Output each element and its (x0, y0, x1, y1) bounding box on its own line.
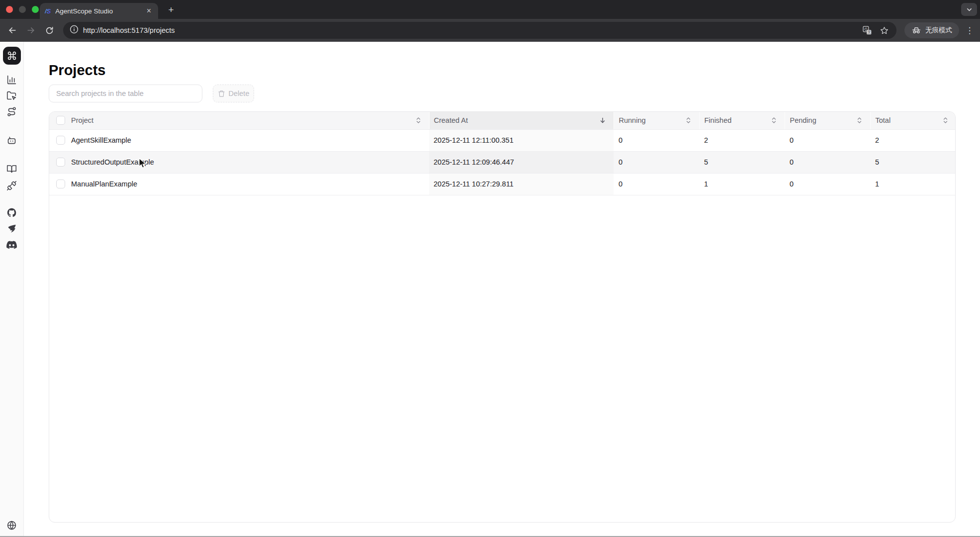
trash-icon (218, 90, 225, 97)
bookmark-star-icon[interactable] (878, 24, 890, 36)
search-input[interactable] (49, 85, 202, 102)
projects-icon[interactable] (6, 90, 17, 101)
created-at-cell: 2025-12-11 12:09:46.447 (429, 151, 614, 173)
github-icon[interactable] (6, 207, 17, 218)
column-header-pending[interactable]: Pending (785, 112, 870, 129)
row-checkbox[interactable] (56, 179, 65, 188)
mouse-cursor (138, 158, 147, 170)
bot-icon[interactable] (6, 135, 17, 146)
table-body: AgentSkillExample 2025-12-11 12:11:00.35… (49, 129, 956, 195)
sort-icon[interactable] (856, 117, 863, 124)
created-at-cell: 2025-12-11 12:11:00.351 (429, 129, 614, 151)
select-all-checkbox[interactable] (56, 116, 65, 125)
projects-table: Project Created At (49, 112, 956, 195)
page-title: Projects (49, 62, 956, 79)
sort-icon[interactable] (685, 117, 692, 124)
dingtalk-icon[interactable] (6, 223, 17, 234)
finished-cell: 2 (699, 129, 785, 151)
tab-search-chevron-icon[interactable] (961, 3, 977, 16)
new-tab-button[interactable]: + (165, 4, 177, 16)
api-icon[interactable] (6, 180, 17, 191)
svg-text:文: 文 (868, 30, 871, 34)
column-header-finished[interactable]: Finished (699, 112, 785, 129)
table-row[interactable]: AgentSkillExample 2025-12-11 12:11:00.35… (49, 129, 956, 151)
tab-title: AgentScope Studio (55, 7, 144, 15)
zoom-window-button[interactable] (32, 6, 39, 13)
row-checkbox[interactable] (56, 136, 65, 145)
incognito-label: 无痕模式 (925, 26, 952, 35)
table-row[interactable]: ManualPlanExample 2025-12-11 10:27:29.81… (49, 173, 956, 195)
translate-icon[interactable]: G 文 (861, 24, 873, 36)
column-header-running[interactable]: Running (614, 112, 699, 129)
pending-cell: 0 (785, 129, 870, 151)
delete-button-label: Delete (229, 90, 250, 97)
total-cell: 1 (870, 173, 956, 195)
command-logo-icon[interactable] (3, 47, 21, 65)
running-cell: 0 (614, 129, 699, 151)
table-row[interactable]: StructuredOutputExample 2025-12-11 12:09… (49, 151, 956, 173)
url-text: http://localhost:5173/projects (83, 26, 175, 34)
browser-toolbar: http://localhost:5173/projects G 文 无痕模式 (0, 19, 980, 42)
site-info-icon[interactable] (70, 25, 79, 36)
running-cell: 0 (614, 173, 699, 195)
sort-icon[interactable] (771, 117, 777, 124)
discord-icon[interactable] (6, 239, 17, 250)
pending-cell: 0 (785, 151, 870, 173)
column-header-total[interactable]: Total (870, 112, 956, 129)
forward-button[interactable] (24, 24, 37, 37)
browser-menu-icon[interactable]: ⋮ (965, 25, 974, 36)
created-at-cell: 2025-12-11 10:27:29.811 (429, 173, 614, 195)
tab-strip: /S AgentScope Studio × + (0, 0, 980, 19)
browser-tab[interactable]: /S AgentScope Studio × (40, 3, 158, 19)
sort-desc-icon[interactable] (599, 117, 606, 124)
column-header-created-at[interactable]: Created At (429, 112, 614, 129)
running-cell: 0 (614, 151, 699, 173)
sort-icon[interactable] (942, 117, 949, 124)
traffic-lights (6, 6, 39, 13)
address-bar[interactable]: http://localhost:5173/projects G 文 (63, 22, 896, 39)
reload-button[interactable] (43, 24, 56, 37)
app-sidebar (0, 42, 24, 537)
column-header-project[interactable]: Project (49, 112, 429, 129)
dashboard-icon[interactable] (6, 74, 17, 85)
docs-icon[interactable] (6, 163, 17, 174)
main-panel: Projects Delete (24, 42, 980, 537)
sort-icon[interactable] (415, 117, 422, 124)
delete-button[interactable]: Delete (213, 85, 254, 102)
tab-favicon-icon: /S (45, 7, 51, 15)
incognito-icon (911, 25, 921, 35)
minimize-window-button[interactable] (19, 6, 26, 13)
row-checkbox[interactable] (56, 158, 65, 167)
projects-table-card: Project Created At (49, 111, 956, 523)
close-window-button[interactable] (6, 6, 13, 13)
tab-close-icon[interactable]: × (145, 6, 153, 16)
total-cell: 2 (870, 129, 956, 151)
incognito-badge: 无痕模式 (904, 22, 959, 38)
project-name: AgentSkillExample (71, 136, 131, 144)
pending-cell: 0 (785, 173, 870, 195)
back-button[interactable] (6, 24, 19, 37)
total-cell: 5 (870, 151, 956, 173)
finished-cell: 5 (699, 151, 785, 173)
workflow-icon[interactable] (6, 106, 17, 117)
project-name: ManualPlanExample (71, 180, 137, 188)
browser-window: /S AgentScope Studio × + http://localhos… (0, 0, 980, 537)
language-icon[interactable] (6, 520, 17, 531)
finished-cell: 1 (699, 173, 785, 195)
